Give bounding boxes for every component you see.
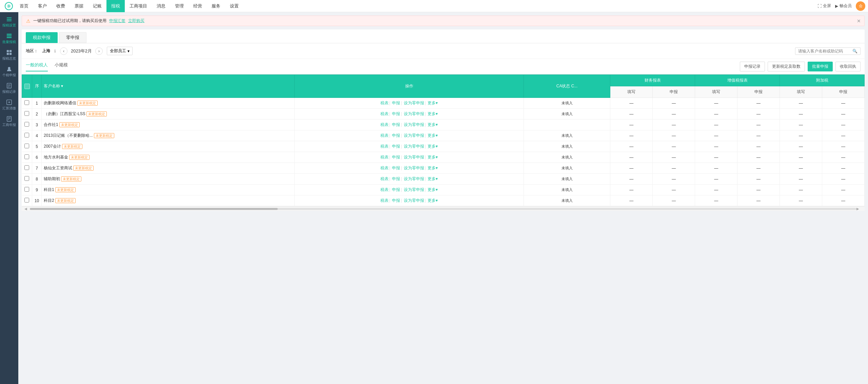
op-set-zero[interactable]: 设为零申报 [404, 111, 424, 116]
avatar[interactable]: 会 [856, 1, 865, 11]
taxpayer-tab-general[interactable]: 一般的税人 [26, 62, 48, 71]
sidebar-item-tax-overview[interactable]: 报税总览 [0, 47, 18, 63]
sidebar-item-biz-annual[interactable]: 工商年报 [0, 113, 18, 130]
dept-select[interactable]: 全部员工 ▾ [107, 47, 133, 55]
op-tax-form[interactable]: 税表 [380, 187, 389, 192]
notice-link1[interactable]: 申报汇签 [109, 18, 125, 24]
op-tax-form[interactable]: 税表 [380, 101, 389, 105]
sidebar-item-batch-tax[interactable]: 批量报税 [0, 30, 18, 47]
declare-records-btn[interactable]: 申报记录 [740, 62, 765, 71]
notice-close-icon[interactable]: ✕ [857, 18, 861, 24]
sidebar-item-tax-settings[interactable]: 报税设置 [0, 14, 18, 30]
search-icon[interactable]: 🔍 [852, 49, 857, 54]
op-more[interactable]: 更多▾ [428, 111, 438, 116]
nav-billing[interactable]: 收费 [52, 0, 70, 12]
op-tax-form[interactable]: 税表 [380, 122, 389, 127]
op-tax-form[interactable]: 税表 [380, 133, 389, 138]
update-tax-btn[interactable]: 更新税定及取数 [768, 62, 805, 71]
op-declare[interactable]: 申报 [392, 166, 400, 170]
op-more[interactable]: 更多▾ [428, 122, 438, 127]
nav-tax[interactable]: 报税 [106, 0, 125, 12]
row-checkbox-6[interactable] [24, 154, 29, 159]
row-checkbox-4[interactable] [24, 133, 29, 137]
sidebar-item-tax-records[interactable]: 报税记录 [0, 80, 18, 97]
op-tax-form[interactable]: 税表 [380, 111, 389, 116]
fullscreen-btn[interactable]: ⛶ 全屏 [817, 3, 831, 9]
date-prev-btn[interactable]: ‹ [60, 47, 67, 55]
taxpayer-tab-small[interactable]: 小规模 [55, 62, 68, 71]
tag-unupdated[interactable]: 未更新税定 [73, 166, 94, 171]
op-more[interactable]: 更多▾ [428, 133, 438, 138]
op-declare[interactable]: 申报 [392, 155, 400, 159]
collect-receipt-btn[interactable]: 收取回执 [835, 62, 861, 71]
nav-accounting[interactable]: 记账 [88, 0, 106, 12]
tag-unupdated[interactable]: 未更新税定 [62, 144, 82, 149]
op-tax-form[interactable]: 税表 [380, 198, 389, 203]
op-declare[interactable]: 申报 [392, 198, 400, 203]
row-checkbox-7[interactable] [24, 165, 29, 170]
row-checkbox-1[interactable] [24, 100, 29, 105]
nav-service[interactable]: 服务 [207, 0, 225, 12]
batch-declare-btn[interactable]: 批量申报 [808, 62, 833, 71]
op-declare[interactable]: 申报 [392, 101, 400, 105]
row-checkbox-5[interactable] [24, 144, 29, 148]
op-set-zero[interactable]: 设为零申报 [404, 101, 424, 105]
nav-home[interactable]: 首页 [15, 0, 33, 12]
op-set-zero[interactable]: 设为零申报 [404, 155, 424, 159]
header-checkbox[interactable] [24, 84, 30, 89]
nav-operation[interactable]: 经营 [189, 0, 207, 12]
tag-unupdated[interactable]: 未更新税定 [86, 111, 107, 116]
scroll-thumb[interactable] [30, 208, 278, 210]
tag-unupdated[interactable]: 未更新税定 [55, 198, 76, 203]
op-declare[interactable]: 申报 [392, 133, 400, 138]
scroll-right-arrow[interactable]: ▶ [856, 207, 862, 211]
nav-msg[interactable]: 消息 [152, 0, 170, 12]
nav-settings[interactable]: 设置 [225, 0, 243, 12]
row-checkbox-9[interactable] [24, 187, 29, 192]
op-tax-form[interactable]: 税表 [380, 155, 389, 159]
tag-unupdated[interactable]: 未更新税定 [94, 133, 114, 138]
op-set-zero[interactable]: 设为零申报 [404, 198, 424, 203]
op-declare[interactable]: 申报 [392, 187, 400, 192]
bottom-scrollbar[interactable]: ◀ ▶ [22, 206, 865, 211]
date-next-btn[interactable]: › [95, 47, 103, 55]
op-declare[interactable]: 申报 [392, 176, 400, 181]
scroll-left-arrow[interactable]: ◀ [24, 207, 30, 211]
op-set-zero[interactable]: 设为零申报 [404, 122, 424, 127]
tag-unupdated[interactable]: 未更新税定 [59, 122, 80, 127]
op-more[interactable]: 更多▾ [428, 187, 438, 192]
op-more[interactable]: 更多▾ [428, 155, 438, 159]
search-input[interactable] [798, 49, 852, 54]
op-declare[interactable]: 申报 [392, 122, 400, 127]
op-set-zero[interactable]: 设为零申报 [404, 187, 424, 192]
sidebar-item-calc-clearance[interactable]: 汇算清缴 [0, 97, 18, 113]
op-more[interactable]: 更多▾ [428, 166, 438, 170]
tab-zero-declare[interactable]: 零申报 [59, 32, 86, 43]
tab-tax-declare[interactable]: 税款申报 [26, 32, 58, 43]
op-more[interactable]: 更多▾ [428, 198, 438, 203]
tag-unupdated[interactable]: 未更新税定 [61, 176, 81, 182]
op-tax-form[interactable]: 税表 [380, 176, 389, 181]
tag-unupdated[interactable]: 未更新税定 [77, 101, 98, 106]
op-declare[interactable]: 申报 [392, 111, 400, 116]
op-set-zero[interactable]: 设为零申报 [404, 133, 424, 138]
op-more[interactable]: 更多▾ [428, 101, 438, 105]
row-checkbox-2[interactable] [24, 111, 29, 116]
notice-link2[interactable]: 立即购买 [128, 18, 144, 24]
region-info-icon[interactable]: ℹ [54, 49, 56, 54]
nav-biz[interactable]: 工商项目 [125, 0, 152, 12]
nav-manage[interactable]: 管理 [170, 0, 189, 12]
op-tax-form[interactable]: 税表 [380, 144, 389, 149]
tag-unupdated[interactable]: 未更新税定 [55, 187, 76, 192]
nav-customer[interactable]: 客户 [33, 0, 52, 12]
row-checkbox-10[interactable] [24, 198, 29, 202]
row-checkbox-3[interactable] [24, 122, 29, 127]
op-set-zero[interactable]: 设为零申报 [404, 176, 424, 181]
vip-btn[interactable]: ▶ 畅会员 [835, 3, 852, 9]
op-set-zero[interactable]: 设为零申报 [404, 144, 424, 149]
op-declare[interactable]: 申报 [392, 144, 400, 149]
op-set-zero[interactable]: 设为零申报 [404, 166, 424, 170]
nav-invoice[interactable]: 票据 [70, 0, 88, 12]
tag-unupdated[interactable]: 未更新税定 [69, 155, 90, 160]
op-more[interactable]: 更多▾ [428, 176, 438, 181]
